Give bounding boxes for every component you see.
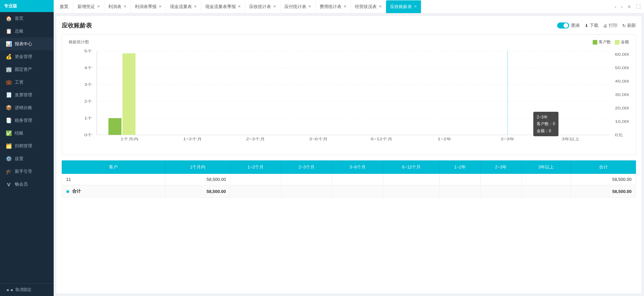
cell-month36 — [332, 174, 383, 185]
svg-text:6~12个月: 6~12个月 — [371, 137, 392, 141]
sidebar-item-fund-management[interactable]: 💰 资金管理 — [0, 50, 54, 63]
svg-text:3年以上: 3年以上 — [561, 137, 579, 141]
download-button[interactable]: ⬇ 下载 — [585, 22, 598, 29]
cell-total-year23 — [481, 185, 522, 198]
refresh-button[interactable]: ↻ 刷新 — [622, 22, 636, 29]
svg-text:40,000.00元: 40,000.00元 — [615, 79, 629, 83]
tab-payable-stat[interactable]: 应付统计表 ✕ — [280, 0, 316, 13]
cell-month23 — [281, 174, 332, 185]
tax-icon: 📑 — [5, 117, 12, 124]
cell-total-label: ◉ 合计 — [62, 185, 165, 198]
purchase-icon: 📦 — [5, 105, 12, 111]
print-button[interactable]: 🖨 打印 — [603, 22, 618, 29]
svg-text:30,000.00元: 30,000.00元 — [615, 93, 629, 97]
sidebar-item-report-center[interactable]: 📊 报表中心 — [0, 38, 54, 50]
close-expense-stat-icon[interactable]: ✕ — [343, 4, 346, 9]
assets-icon: 🏢 — [5, 66, 12, 72]
svg-text:2~3个月: 2~3个月 — [246, 137, 265, 141]
report-icon: 📊 — [5, 41, 12, 47]
sidebar-item-fixed-assets[interactable]: 🏢 固定资产 — [0, 63, 54, 76]
close-new-voucher-icon[interactable]: ✕ — [97, 4, 100, 9]
close-payable-stat-icon[interactable]: ✕ — [308, 4, 311, 9]
svg-text:0个: 0个 — [84, 133, 92, 137]
sidebar-item-purchase-sales[interactable]: 📦 进销台账 — [0, 101, 54, 114]
sidebar-logo: 专业版 — [0, 0, 54, 12]
table-row: 11 58,500.00 58,500.00 — [62, 174, 636, 185]
main-area: 首页 新增凭证 ✕ 利润表 ✕ 利润表季报 ✕ 现金流量表 ✕ 现金流量表季报 … — [54, 0, 644, 296]
tab-operation-status[interactable]: 经营状况表 ✕ — [351, 0, 386, 13]
tab-cash-flow[interactable]: 现金流量表 ✕ — [166, 0, 201, 13]
sidebar-item-guide[interactable]: 🎓 新手引导 — [0, 165, 54, 178]
tab-next-icon[interactable]: › — [619, 3, 625, 11]
tab-profit-quarterly[interactable]: 利润表季报 ✕ — [131, 0, 166, 13]
archive-icon: 🗂️ — [5, 143, 12, 149]
svg-text:3个: 3个 — [84, 83, 92, 87]
vip-icon: V — [5, 182, 12, 187]
legend-amount: 金额 — [615, 39, 629, 45]
sidebar-item-vip[interactable]: V 畅会员 — [0, 178, 54, 191]
bar-amount-1month — [122, 53, 136, 135]
tab-cash-flow-quarterly[interactable]: 现金流量表季报 ✕ — [201, 0, 245, 13]
tab-close-all-icon[interactable]: ✕ — [625, 3, 633, 11]
tab-receivable-aging[interactable]: 应收账龄表 ✕ — [386, 0, 421, 13]
legend-amount-color — [615, 40, 620, 45]
cell-month1: 58,500.00 — [165, 174, 230, 185]
svg-text:3~6个月: 3~6个月 — [309, 137, 328, 141]
unpin-icon: ◄◄ — [5, 288, 13, 292]
page-header: 应收账龄表 图表 ⬇ 下载 🖨 打印 ↻ 刷新 — [62, 21, 636, 30]
close-cash-flow-icon[interactable]: ✕ — [194, 4, 197, 9]
settings-icon: ⚙️ — [5, 156, 12, 162]
tab-receivable-stat[interactable]: 应收统计表 ✕ — [245, 0, 280, 13]
svg-text:10,000.00元: 10,000.00元 — [615, 119, 629, 124]
tab-fullscreen-icon[interactable]: ⛶ — [634, 3, 643, 11]
sidebar-item-tax[interactable]: 📑 税务管理 — [0, 114, 54, 127]
sidebar: 专业版 🏠 首页 📋 总账 📊 报表中心 💰 资金管理 🏢 固定资产 💼 工资 … — [0, 0, 54, 296]
close-cash-flow-quarterly-icon[interactable]: ✕ — [238, 4, 241, 9]
svg-text:1个: 1个 — [84, 116, 92, 120]
tab-profit-table[interactable]: 利润表 ✕ — [104, 0, 131, 13]
svg-text:50,000.00元: 50,000.00元 — [615, 66, 629, 70]
toggle-track[interactable] — [557, 22, 569, 29]
col-header-month36: 3~6个月 — [332, 161, 383, 174]
tab-expense-stat[interactable]: 费用统计表 ✕ — [316, 0, 351, 13]
col-header-month612: 6~12个月 — [383, 161, 440, 174]
svg-text:60,000.00元: 60,000.00元 — [615, 52, 629, 56]
bar-customer-1month — [108, 118, 121, 135]
sidebar-item-home[interactable]: 🏠 首页 — [0, 12, 54, 25]
col-header-year12: 1~2年 — [440, 161, 481, 174]
download-icon: ⬇ — [585, 23, 588, 28]
sidebar-item-archive[interactable]: 🗂️ 归档管理 — [0, 140, 54, 152]
unpin-button[interactable]: ◄◄ 取消固定 — [0, 283, 54, 296]
col-header-customer: 客户 — [62, 161, 165, 174]
cell-month12 — [230, 174, 281, 185]
chart-title: 账龄统计图 — [69, 39, 629, 45]
ledger-icon: 📋 — [5, 28, 12, 34]
close-profit-table-icon[interactable]: ✕ — [123, 4, 126, 9]
sidebar-item-settings[interactable]: ⚙️ 设置 — [0, 152, 54, 165]
tab-new-voucher[interactable]: 新增凭证 ✕ — [73, 0, 104, 13]
cell-total-year12 — [440, 185, 481, 198]
col-header-year3plus: 3年以上 — [521, 161, 571, 174]
close-receivable-aging-icon[interactable]: ✕ — [414, 4, 417, 9]
svg-text:1~2年: 1~2年 — [438, 137, 451, 141]
sidebar-item-salary[interactable]: 💼 工资 — [0, 76, 54, 89]
legend-customer-color — [593, 40, 597, 45]
close-profit-quarterly-icon[interactable]: ✕ — [159, 4, 162, 9]
sidebar-item-general-ledger[interactable]: 📋 总账 — [0, 25, 54, 38]
svg-text:1个月内: 1个月内 — [120, 137, 138, 141]
sidebar-item-invoice[interactable]: 🧾 发票管理 — [0, 89, 54, 101]
data-table: 客户 1个月内 1~2个月 2~3个月 3~6个月 6~12个月 1~2年 2~… — [62, 160, 636, 198]
tab-navigation: ‹ › ✕ ⛶ — [613, 3, 643, 11]
close-operation-status-icon[interactable]: ✕ — [379, 4, 382, 9]
col-header-year23: 2~3年 — [481, 161, 522, 174]
sidebar-item-settlement[interactable]: ✅ 结账 — [0, 127, 54, 140]
settlement-icon: ✅ — [5, 130, 12, 136]
table-total-row: ◉ 合计 58,500.00 58,500.00 — [62, 185, 636, 198]
tab-home[interactable]: 首页 — [55, 0, 73, 13]
cell-total-month12 — [230, 185, 281, 198]
tab-prev-icon[interactable]: ‹ — [613, 3, 619, 11]
close-receivable-stat-icon[interactable]: ✕ — [273, 4, 276, 9]
chart-toggle[interactable]: 图表 — [557, 22, 580, 29]
cell-year23 — [481, 174, 522, 185]
invoice-icon: 🧾 — [5, 92, 12, 98]
